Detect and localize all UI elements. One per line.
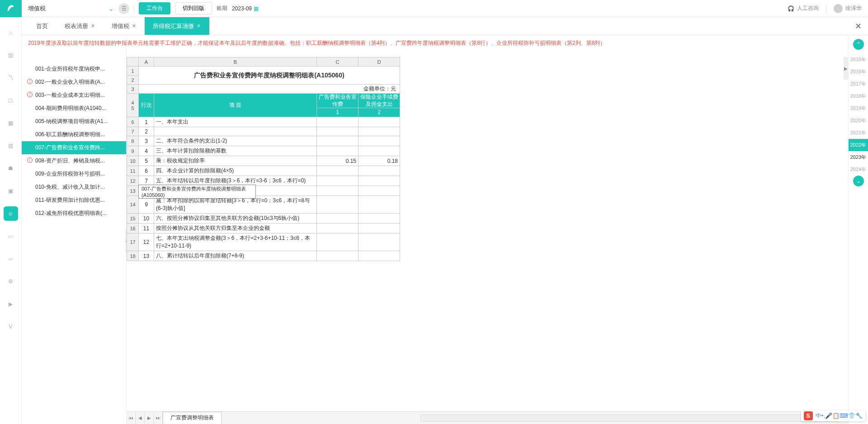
- th-sub-d[interactable]: 2: [359, 108, 400, 117]
- ime-item[interactable]: 📋: [832, 412, 840, 419]
- nav-bag-icon[interactable]: ☖: [4, 93, 18, 108]
- cell-seq[interactable]: 2: [139, 127, 154, 136]
- year-scroll-up[interactable]: ⌃: [853, 39, 864, 50]
- cell-d[interactable]: [359, 186, 400, 196]
- row-header[interactable]: 16: [127, 224, 139, 233]
- note-button[interactable]: ☰: [118, 3, 129, 14]
- row-header[interactable]: 17: [127, 233, 139, 251]
- nav-shirt-icon[interactable]: ☗: [4, 161, 18, 176]
- form-item-8[interactable]: 009-企业所得税弥补亏损明...: [22, 167, 126, 181]
- cell-c[interactable]: [317, 196, 359, 214]
- ime-logo[interactable]: S: [804, 411, 813, 420]
- row-header[interactable]: 11: [127, 166, 139, 176]
- cell-c[interactable]: [317, 136, 359, 146]
- year-item[interactable]: 2018年: [849, 90, 868, 102]
- col-header-B[interactable]: B: [154, 57, 317, 67]
- form-item-10[interactable]: 011-研发费用加计扣除优惠...: [22, 194, 126, 207]
- year-item[interactable]: 2022年: [849, 139, 868, 151]
- row-header[interactable]: 13: [127, 186, 139, 196]
- th-colD[interactable]: 保险企业手续费及佣金支出: [359, 94, 400, 108]
- cell-seq[interactable]: 12: [139, 233, 154, 251]
- ime-item[interactable]: 中: [816, 412, 821, 419]
- cell-d[interactable]: [359, 251, 400, 261]
- nav-chart-icon[interactable]: 〽: [4, 71, 18, 85]
- cell-item[interactable]: 四、本企业计算的扣除限额(4×5): [154, 166, 317, 176]
- close-icon[interactable]: ✕: [197, 23, 201, 29]
- nav-home-icon[interactable]: ⌂: [4, 25, 18, 40]
- cell-c[interactable]: [317, 224, 359, 233]
- form-item-7[interactable]: !008-资产折旧、摊销及纳税...: [22, 154, 126, 167]
- close-all-tabs[interactable]: ✕: [849, 17, 868, 35]
- ime-item[interactable]: 🎤: [825, 412, 832, 419]
- nav-tax-icon[interactable]: ☺: [4, 206, 18, 221]
- sheet-nav-first[interactable]: ⏮: [127, 412, 136, 424]
- row-header[interactable]: 1: [127, 67, 139, 76]
- cell-item[interactable]: 按照分摊协议从其他关联方归集至本企业的金额: [154, 224, 317, 233]
- col-header-D[interactable]: D: [359, 57, 400, 67]
- corner-cell[interactable]: [127, 57, 139, 67]
- year-item[interactable]: 2015年: [849, 53, 868, 66]
- th-colC[interactable]: 广告费和业务宣传费: [317, 94, 359, 108]
- cell-d[interactable]: [359, 233, 400, 251]
- ime-item[interactable]: 🔧: [855, 412, 863, 419]
- year-item[interactable]: 2021年: [849, 127, 868, 139]
- expand-handle[interactable]: ▶: [844, 57, 848, 80]
- cell-seq[interactable]: 10: [139, 214, 154, 224]
- year-item[interactable]: 2019年: [849, 102, 868, 114]
- cell-c[interactable]: [317, 176, 359, 186]
- tax-type-dropdown[interactable]: 增值税 ⌄: [28, 5, 114, 13]
- ime-item[interactable]: •,: [821, 412, 825, 419]
- cell-d[interactable]: [359, 176, 400, 186]
- cell-seq[interactable]: 11: [139, 224, 154, 233]
- tab-1[interactable]: 税表清册✕: [57, 17, 104, 35]
- cell-item[interactable]: [154, 127, 317, 136]
- cell-seq[interactable]: 5: [139, 156, 154, 166]
- form-item-3[interactable]: 004-期间费用明细表(A1040...: [22, 102, 126, 115]
- row-header[interactable]: 45: [127, 94, 139, 117]
- sheet-nav-next[interactable]: ▶: [145, 412, 154, 424]
- col-header-A[interactable]: A: [139, 57, 154, 67]
- cell-d[interactable]: [359, 214, 400, 224]
- sheet-nav-prev[interactable]: ◀: [136, 412, 145, 424]
- user-menu[interactable]: 徐泽华: [834, 4, 862, 13]
- nav-calendar-icon[interactable]: ▣: [4, 184, 18, 198]
- cell-c[interactable]: 0.15: [317, 156, 359, 166]
- nav-clipboard-icon[interactable]: ▦: [4, 116, 18, 130]
- cell-c[interactable]: [317, 166, 359, 176]
- cell-d[interactable]: [359, 166, 400, 176]
- nav-folder-icon[interactable]: ▭: [4, 229, 18, 243]
- sheet-nav-last[interactable]: ⏭: [154, 412, 163, 424]
- spreadsheet[interactable]: 007-广告费和业务宣传费跨年度纳税调整明细表(A105060) A B C D…: [127, 57, 848, 411]
- year-item[interactable]: 2016年: [849, 66, 868, 78]
- cell-d[interactable]: [359, 117, 400, 127]
- unit-label[interactable]: 金额单位：元: [139, 85, 400, 94]
- cell-item[interactable]: 七、本年支出纳税调整金额(3＞6，本行=2+3-6+10-11；3≤6，本行=2…: [154, 233, 317, 251]
- form-item-1[interactable]: !002-一般企业收入明细表(A...: [22, 76, 126, 89]
- form-item-9[interactable]: 010-免税、减计收入及加计...: [22, 181, 126, 194]
- cell-item[interactable]: 三、本年计算扣除限额的基数: [154, 146, 317, 156]
- row-header[interactable]: 7: [127, 127, 139, 136]
- cell-seq[interactable]: 3: [139, 136, 154, 146]
- row-header[interactable]: 10: [127, 156, 139, 166]
- form-item-2[interactable]: !003-一般企业成本支出明细...: [22, 89, 126, 102]
- nav-v-icon[interactable]: V: [4, 319, 18, 334]
- cell-d[interactable]: [359, 224, 400, 233]
- form-item-0[interactable]: 001-企业所得税年度纳税申...: [22, 62, 126, 76]
- cell-d[interactable]: [359, 196, 400, 214]
- cell-seq[interactable]: 13: [139, 251, 154, 261]
- cell-item[interactable]: 六、按照分摊协议归集至其他关联方的金额(10≤3与6孰小值): [154, 214, 317, 224]
- tab-0[interactable]: 首页: [28, 17, 57, 35]
- th-item[interactable]: 项 目: [154, 94, 317, 117]
- ime-toolbar[interactable]: S 中•,🎤📋⌨👕🔧: [801, 410, 865, 421]
- tab-2[interactable]: 增值税✕: [104, 17, 145, 35]
- row-header[interactable]: 2: [127, 76, 139, 85]
- cell-c[interactable]: [317, 186, 359, 196]
- cell-seq[interactable]: 4: [139, 146, 154, 156]
- th-sub-c[interactable]: 1: [317, 108, 359, 117]
- cell-c[interactable]: [317, 127, 359, 136]
- cell-seq[interactable]: 1: [139, 117, 154, 127]
- form-item-11[interactable]: 012-减免所得税优惠明细表(...: [22, 207, 126, 220]
- row-header[interactable]: 12: [127, 176, 139, 186]
- cell-d[interactable]: [359, 146, 400, 156]
- year-item[interactable]: 2023年: [849, 151, 868, 163]
